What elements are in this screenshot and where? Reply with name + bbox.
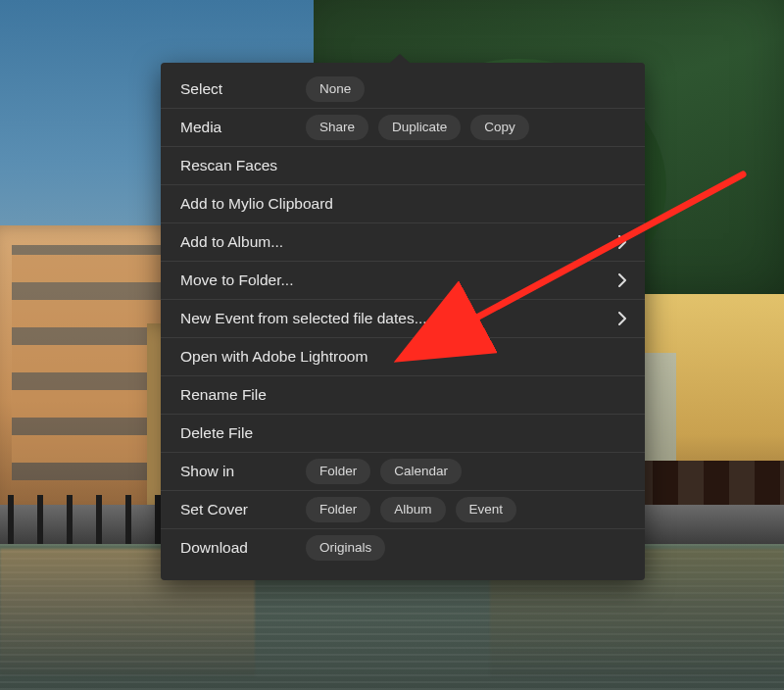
download-label: Download [180,539,306,557]
menu-item-rename-file[interactable]: Rename File [161,376,645,415]
menu-item-open-lightroom[interactable]: Open with Adobe Lightroom [161,338,645,376]
move-folder-label: Move to Folder... [180,271,625,289]
select-none-pill[interactable]: None [306,76,365,102]
rename-file-label: Rename File [180,386,625,404]
row-show-in: Show in Folder Calendar [161,453,645,491]
row-media: Media Share Duplicate Copy [161,109,645,147]
menu-item-add-album[interactable]: Add to Album... [161,223,645,262]
media-duplicate-pill[interactable]: Duplicate [378,115,461,140]
media-copy-pill[interactable]: Copy [470,115,529,140]
rescan-faces-label: Rescan Faces [180,157,625,174]
row-download: Download Originals [161,529,645,567]
menu-item-new-event[interactable]: New Event from selected file dates... [161,300,645,338]
row-set-cover: Set Cover Folder Album Event [161,491,645,529]
context-menu: Select None Media Share Duplicate Copy R… [161,63,645,580]
media-label: Media [180,119,306,136]
show-in-calendar-pill[interactable]: Calendar [380,459,462,484]
media-share-pill[interactable]: Share [306,115,368,140]
delete-file-label: Delete File [180,424,625,442]
select-label: Select [180,80,306,98]
show-in-label: Show in [180,463,306,480]
open-lightroom-label: Open with Adobe Lightroom [180,348,625,366]
add-clipboard-label: Add to Mylio Clipboard [180,195,625,213]
set-cover-event-pill[interactable]: Event [456,497,517,522]
menu-item-add-clipboard[interactable]: Add to Mylio Clipboard [161,185,645,223]
menu-item-delete-file[interactable]: Delete File [161,415,645,453]
show-in-folder-pill[interactable]: Folder [306,459,370,484]
set-cover-album-pill[interactable]: Album [380,497,445,522]
menu-item-move-folder[interactable]: Move to Folder... [161,262,645,300]
set-cover-label: Set Cover [180,501,306,518]
add-album-label: Add to Album... [180,233,625,251]
row-select: Select None [161,71,645,109]
menu-item-rescan-faces[interactable]: Rescan Faces [161,147,645,185]
new-event-label: New Event from selected file dates... [180,310,625,327]
download-originals-pill[interactable]: Originals [306,535,385,561]
set-cover-folder-pill[interactable]: Folder [306,497,370,522]
